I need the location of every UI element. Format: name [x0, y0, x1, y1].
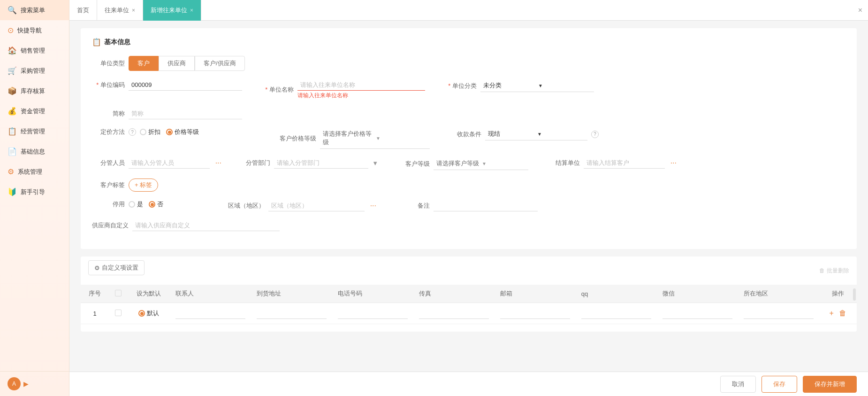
add-tag-button[interactable]: + 标签	[129, 179, 158, 192]
region-field: 区域（地区） ···	[228, 200, 378, 211]
unit-category-field: 单位分类 未分类 ▼	[444, 79, 594, 92]
disabled-radio-no[interactable]: 否	[149, 200, 163, 209]
pricing-row: 定价方法 ? 折扣 价格等级 客户价格等级	[92, 128, 845, 149]
manager-dots[interactable]: ···	[213, 159, 223, 167]
scrollbar[interactable]	[853, 288, 856, 300]
row-default-circle	[138, 310, 145, 317]
sidebar-item-search[interactable]: 🔍 搜索菜单	[0, 0, 69, 20]
row-checkbox[interactable]	[115, 310, 122, 316]
row-wechat[interactable]	[657, 303, 738, 324]
cancel-button[interactable]: 取消	[720, 376, 756, 393]
type-btn-customer[interactable]: 客户	[129, 56, 159, 71]
settlement-unit-dots[interactable]: ···	[669, 159, 678, 167]
department-input[interactable]	[274, 157, 368, 169]
table-header-bar: ⚙ 自定义项设置 🗑 批量删除	[81, 256, 857, 285]
sidebar-item-label: 经营管理	[21, 127, 45, 136]
settlement-unit-input[interactable]	[584, 157, 665, 169]
unit-type-buttons: 客户 供应商 客户/供应商	[129, 56, 245, 71]
sidebar-item-guide[interactable]: 🔰 新手引导	[0, 182, 69, 202]
customer-level-label: 客户等级	[397, 160, 430, 168]
content-area: 📋 基本信息 单位类型 客户 供应商 客户/供应商 单位编码	[69, 21, 868, 372]
type-btn-both[interactable]: 客户/供应商	[195, 56, 245, 71]
contacts-table: 序号 设为默认 联系人 到货地址 电话号码 传真 邮箱 qq 微信	[81, 285, 857, 324]
row-wechat-input[interactable]	[662, 308, 732, 319]
customer-level-select[interactable]: 请选择客户等级 ▼	[434, 157, 528, 170]
region-dots[interactable]: ···	[368, 202, 378, 210]
basic-info-section: 📋 基本信息 单位类型 客户 供应商 客户/供应商 单位编码	[81, 28, 857, 249]
sidebar-item-label: 快捷导航	[17, 26, 42, 35]
unit-category-value: 未分类	[483, 81, 536, 90]
row-address[interactable]	[251, 303, 332, 324]
sidebar-item-system[interactable]: ⚙ 系统管理	[0, 162, 69, 182]
unit-category-select[interactable]: 未分类 ▼	[480, 79, 594, 92]
save-button[interactable]: 保存	[761, 376, 797, 393]
row-qq[interactable]	[576, 303, 657, 324]
pricing-radio-discount[interactable]: 折扣	[140, 128, 160, 136]
type-btn-supplier[interactable]: 供应商	[159, 56, 195, 71]
sidebar-item-operations[interactable]: 📋 经营管理	[0, 121, 69, 141]
row-address-input[interactable]	[257, 308, 327, 319]
clipboard-icon: 📋	[8, 127, 17, 136]
batch-delete-button[interactable]: 🗑 批量删除	[819, 260, 849, 281]
col-header-contact: 联系人	[170, 285, 251, 303]
disabled-label: 停用	[92, 200, 125, 209]
manager-field: 分管人员 ···	[92, 157, 223, 169]
tab-partner-close[interactable]: ×	[132, 7, 135, 14]
close-all-tabs[interactable]: ×	[858, 6, 862, 15]
row-email[interactable]	[495, 303, 576, 324]
tab-partner[interactable]: 往来单位 ×	[97, 0, 143, 21]
row-fax-input[interactable]	[419, 308, 489, 319]
row-add-button[interactable]: +	[828, 309, 836, 318]
row-contact-input[interactable]	[175, 308, 245, 319]
payment-terms-help-icon[interactable]: ?	[591, 131, 599, 138]
region-input[interactable]	[268, 200, 365, 211]
sidebar-item-basic-info[interactable]: 📄 基础信息	[0, 141, 69, 162]
home-icon: 🏠	[8, 46, 17, 55]
doc-icon: 📄	[8, 147, 17, 156]
supplier-custom-input[interactable]	[132, 220, 280, 231]
unit-name-input[interactable]	[297, 79, 425, 91]
row-qq-input[interactable]	[581, 308, 651, 319]
sidebar-expand-icon[interactable]: ▶	[23, 380, 29, 388]
tab-home[interactable]: 首页	[69, 0, 97, 21]
col-header-fax: 传真	[413, 285, 495, 303]
sidebar-item-inventory[interactable]: 📦 库存核算	[0, 81, 69, 101]
select-all-checkbox[interactable]	[115, 290, 122, 296]
unit-type-field: 单位类型 客户 供应商 客户/供应商	[92, 56, 327, 71]
custom-settings-label: 自定义项设置	[102, 264, 138, 272]
payment-terms-value: 现结	[488, 130, 535, 138]
row-email-input[interactable]	[500, 308, 570, 319]
tab-new-partner-close[interactable]: ×	[190, 7, 193, 14]
row-phone[interactable]	[332, 303, 413, 324]
pricing-help-icon[interactable]: ?	[129, 128, 136, 136]
customer-price-arrow: ▼	[376, 136, 427, 141]
disabled-radio-yes[interactable]: 是	[129, 200, 143, 209]
row-phone-input[interactable]	[338, 308, 408, 319]
department-label: 分管部门	[237, 159, 270, 167]
row-region[interactable]	[738, 303, 819, 324]
sidebar-item-quicknav[interactable]: ⊙ 快捷导航	[0, 20, 69, 40]
sidebar-item-finance[interactable]: 💰 资金管理	[0, 101, 69, 121]
payment-terms-select[interactable]: 现结 ▼	[485, 128, 587, 140]
customer-price-select[interactable]: 请选择客户价格等级 ▼	[320, 128, 430, 149]
row-default-radio[interactable]: 默认	[133, 309, 164, 318]
row-delete-button[interactable]: 🗑	[837, 309, 848, 318]
disabled-row: 停用 是 否 区域（地区） ···	[92, 200, 845, 211]
pricing-radio-level[interactable]: 价格等级	[166, 128, 199, 136]
sidebar-item-sales[interactable]: 🏠 销售管理	[0, 40, 69, 61]
row-region-input[interactable]	[744, 308, 814, 319]
row-fax[interactable]	[413, 303, 495, 324]
custom-settings-button[interactable]: ⚙ 自定义项设置	[88, 260, 145, 275]
unit-code-input[interactable]	[129, 79, 242, 91]
manager-input[interactable]	[129, 157, 210, 169]
pricing-field: 定价方法 ? 折扣 价格等级	[92, 128, 270, 136]
customer-level-placeholder: 请选择客户等级	[436, 159, 480, 168]
remark-input[interactable]	[434, 200, 538, 211]
tab-new-partner[interactable]: 新增往来单位 ×	[143, 0, 201, 21]
sidebar-item-label: 系统管理	[18, 168, 42, 176]
save-new-button[interactable]: 保存并新增	[803, 376, 857, 393]
short-name-input[interactable]	[129, 108, 242, 119]
sidebar-item-purchase[interactable]: 🛒 采购管理	[0, 61, 69, 81]
row-contact[interactable]	[170, 303, 251, 324]
col-header-phone: 电话号码	[332, 285, 413, 303]
